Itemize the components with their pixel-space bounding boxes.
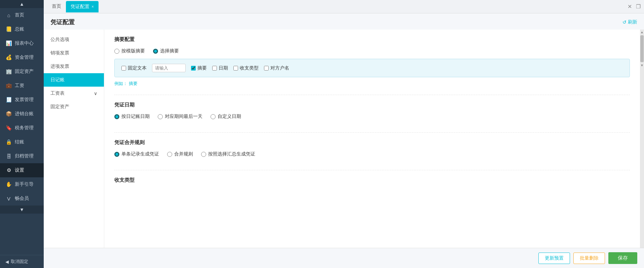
summary-radio-group: 按模版摘要 选择摘要 <box>114 48 630 54</box>
checkbox-fixed-text[interactable]: 固定文本 <box>121 65 147 71</box>
voucher-date-radio-group: 按日记账日期 对应期间最后一天 自定义日期 <box>114 114 630 120</box>
radio-journal-date-input[interactable] <box>114 114 119 119</box>
scrollbar-up[interactable]: ▲ <box>640 30 644 35</box>
radio-select-input[interactable] <box>153 49 158 54</box>
vip-icon: V <box>5 196 12 202</box>
radio-label: 合并规则 <box>174 151 193 157</box>
report-icon: 📊 <box>5 40 12 46</box>
radio-single-input[interactable] <box>114 152 119 157</box>
content-area: 公共选项 销项发票 进项发票 日记账 工资表 ∨ 固定资产 <box>44 30 644 248</box>
tab-voucher-config[interactable]: 凭证配置 × <box>66 1 99 12</box>
guide-icon: ✋ <box>5 181 12 187</box>
checkbox-summary-input[interactable] <box>191 66 196 71</box>
left-nav-journal[interactable]: 日记账 <box>44 73 104 87</box>
checkbox-summary[interactable]: 摘要 <box>191 65 207 71</box>
sidebar-item-purchase[interactable]: 📦 进销台账 <box>0 107 44 121</box>
sidebar-item-payroll[interactable]: 💼 工资 <box>0 79 44 93</box>
checkbox-counterpart[interactable]: 对方户名 <box>264 65 289 71</box>
bottom-bar: 更新预置 批量删除 保存 <box>44 248 644 268</box>
radio-select-merge-input[interactable] <box>201 152 206 157</box>
scrollbar-thumb[interactable] <box>640 35 644 62</box>
radio-label: 对应期间最后一天 <box>165 114 202 120</box>
left-nav-payroll-sheet[interactable]: 工资表 ∨ <box>44 87 104 100</box>
cancel-pin-button[interactable]: ◀ 取消固定 <box>0 255 44 268</box>
tab-home-label: 首页 <box>52 3 61 9</box>
sidebar-item-ledger[interactable]: 📒 总账 <box>0 22 44 36</box>
left-nav-fixed-assets[interactable]: 固定资产 <box>44 100 104 114</box>
sidebar-item-label: 税务管理 <box>15 125 34 131</box>
sidebar-item-vip[interactable]: V 畅会员 <box>0 191 44 206</box>
tab-voucher-config-label: 凭证配置 <box>71 4 89 10</box>
refresh-button[interactable]: ↺ 刷新 <box>622 19 637 25</box>
voucher-date-section: 凭证日期 按日记账日期 对应期间最后一天 自定义日期 <box>114 102 630 133</box>
radio-select-merge[interactable]: 按照选择汇总生成凭证 <box>201 151 255 157</box>
checkbox-expense-type[interactable]: 收支类型 <box>233 65 259 71</box>
checkbox-expense-type-input[interactable] <box>233 66 238 71</box>
sidebar-item-home[interactable]: ⌂ 首页 <box>0 8 44 22</box>
radio-custom-date-input[interactable] <box>211 114 216 119</box>
update-preview-button[interactable]: 更新预置 <box>538 253 570 264</box>
tax-icon: 🔖 <box>5 125 12 131</box>
sidebar-item-label: 归档管理 <box>15 153 34 159</box>
window-close-icon[interactable]: ✕ <box>628 3 632 10</box>
radio-label: 选择摘要 <box>160 48 179 54</box>
fixed-text-input[interactable] <box>152 64 186 72</box>
sidebar-item-close[interactable]: 🔒 结账 <box>0 135 44 149</box>
checkbox-label: 收支类型 <box>240 65 259 71</box>
sidebar-item-label: 首页 <box>15 12 24 18</box>
sidebar-item-funds[interactable]: 💰 资金管理 <box>0 50 44 64</box>
left-nav-label: 进项发票 <box>50 63 69 70</box>
radio-template-summary[interactable]: 按模版摘要 <box>114 48 145 54</box>
left-nav-sales-invoice[interactable]: 销项发票 <box>44 46 104 60</box>
radio-custom-date[interactable]: 自定义日期 <box>211 114 241 120</box>
radio-label: 按模版摘要 <box>121 48 145 54</box>
checkbox-counterpart-input[interactable] <box>264 66 269 71</box>
radio-label: 按日记账日期 <box>121 114 150 120</box>
radio-template-input[interactable] <box>114 49 119 54</box>
sidebar-item-guide[interactable]: ✋ 新手引导 <box>0 177 44 191</box>
checkbox-fixed-text-input[interactable] <box>121 66 126 71</box>
left-nav-label: 工资表 <box>50 90 65 96</box>
radio-merge-input[interactable] <box>167 152 172 157</box>
sidebar-item-report[interactable]: 📊 报表中心 <box>0 36 44 50</box>
checkbox-label: 摘要 <box>197 65 207 71</box>
radio-label: 按照选择汇总生成凭证 <box>208 151 255 157</box>
batch-delete-button[interactable]: 批量删除 <box>573 253 605 264</box>
ledger-icon: 📒 <box>5 26 12 32</box>
sidebar-item-fixed[interactable]: 🏢 固定资产 <box>0 64 44 79</box>
left-nav-purchase-invoice[interactable]: 进项发票 <box>44 60 104 73</box>
tab-home[interactable]: 首页 <box>47 1 66 13</box>
archive-icon: 🗄 <box>5 153 12 159</box>
window-controls: ✕ ❐ <box>628 3 641 10</box>
scrollbar-down[interactable]: ▼ <box>640 63 644 68</box>
sidebar-item-label: 资金管理 <box>15 54 34 60</box>
left-nav-public[interactable]: 公共选项 <box>44 33 104 46</box>
radio-single[interactable]: 单条记录生成凭证 <box>114 151 159 157</box>
tab-close-icon[interactable]: × <box>91 4 94 9</box>
funds-icon: 💰 <box>5 54 12 60</box>
refresh-icon: ↺ <box>622 19 627 25</box>
left-nav-label: 固定资产 <box>50 104 69 110</box>
fixed-icon: 🏢 <box>5 69 12 75</box>
sidebar-item-tax[interactable]: 🔖 税务管理 <box>0 121 44 135</box>
sidebar-item-invoice[interactable]: 🧾 发票管理 <box>0 93 44 107</box>
left-nav-label: 销项发票 <box>50 50 69 56</box>
sidebar: ▲ ⌂ 首页 📒 总账 📊 报表中心 💰 资金管理 🏢 固定资产 💼 工资 🧾 … <box>0 0 44 268</box>
radio-journal-date[interactable]: 按日记账日期 <box>114 114 150 120</box>
sidebar-item-label: 畅会员 <box>15 195 29 202</box>
sidebar-scroll-down[interactable]: ▼ <box>0 206 44 214</box>
sidebar-item-label: 工资 <box>15 83 24 89</box>
sidebar-item-archive[interactable]: 🗄 归档管理 <box>0 149 44 163</box>
radio-last-day[interactable]: 对应期间最后一天 <box>158 114 202 120</box>
checkbox-date-input[interactable] <box>212 66 217 71</box>
radio-last-day-input[interactable] <box>158 114 163 119</box>
checkbox-label: 对方户名 <box>270 65 289 71</box>
checkbox-date[interactable]: 日期 <box>212 65 228 71</box>
sidebar-item-settings[interactable]: ⚙ 设置 <box>0 163 44 177</box>
voucher-date-title: 凭证日期 <box>114 102 630 108</box>
sidebar-scroll-up[interactable]: ▲ <box>0 0 44 8</box>
radio-merge[interactable]: 合并规则 <box>167 151 193 157</box>
save-button[interactable]: 保存 <box>608 252 637 264</box>
radio-select-summary[interactable]: 选择摘要 <box>153 48 179 54</box>
window-restore-icon[interactable]: ❐ <box>636 3 641 10</box>
